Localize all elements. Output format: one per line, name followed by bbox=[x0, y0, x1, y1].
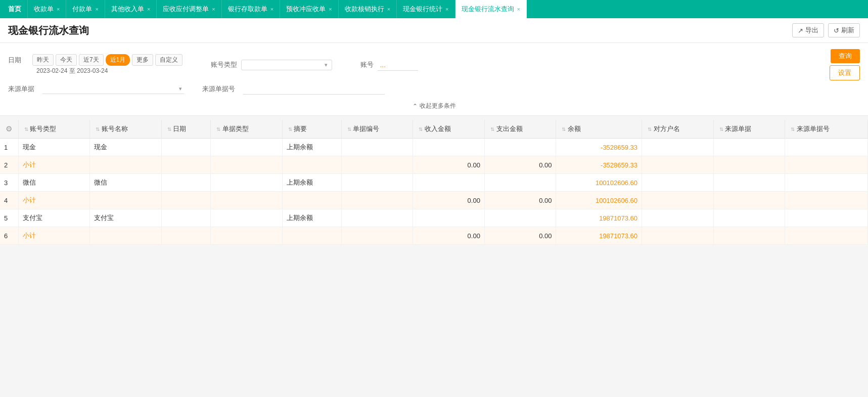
close-icon-other-income[interactable]: × bbox=[147, 6, 150, 12]
row-num: 3 bbox=[0, 174, 18, 192]
date-btn-yesterday[interactable]: 昨天 bbox=[32, 54, 54, 66]
table-row[interactable]: 6小计0.000.0019871073.60 bbox=[0, 227, 868, 245]
col-summary[interactable]: ⇅ 摘要 bbox=[282, 120, 341, 139]
nav-item-bank-deposit[interactable]: 银行存取款单 × bbox=[222, 0, 280, 18]
source-doc-arrow-icon: ▾ bbox=[179, 85, 182, 92]
close-icon-payment[interactable]: × bbox=[95, 6, 98, 12]
expense-cell bbox=[484, 209, 556, 227]
source-doc-no-input[interactable] bbox=[243, 83, 385, 95]
col-doc-type[interactable]: ⇅ 单据类型 bbox=[211, 120, 283, 139]
refresh-label: 刷新 bbox=[841, 26, 854, 35]
nav-item-cash-flow[interactable]: 现金银行流水查询 × bbox=[455, 0, 527, 18]
sort-icon-counterpart: ⇅ bbox=[648, 126, 652, 132]
col-source-doc-no[interactable]: ⇅ 来源单据号 bbox=[785, 120, 868, 139]
table-row[interactable]: 4小计0.000.00100102606.60 bbox=[0, 192, 868, 209]
table-row[interactable]: 3微信微信上期余额100102606.60 bbox=[0, 174, 868, 192]
acct-type-cell: 小计 bbox=[18, 192, 90, 209]
close-icon-cash-flow[interactable]: × bbox=[517, 6, 520, 12]
col-acct-name[interactable]: ⇅ 账号名称 bbox=[90, 120, 162, 139]
account-type-select[interactable]: ▾ bbox=[241, 60, 332, 70]
cash-flow-table: ⚙ ⇅ 账号类型 ⇅ 账号名称 ⇅ 日期 ⇅ 单据类型 bbox=[0, 120, 868, 245]
export-icon: ↗ bbox=[798, 27, 803, 34]
summary-cell: 上期余额 bbox=[282, 174, 341, 192]
page-header: 现金银行流水查询 ↗ 导出 ↺ 刷新 bbox=[0, 18, 868, 43]
col-counterpart[interactable]: ⇅ 对方户名 bbox=[642, 120, 714, 139]
header-actions: ↗ 导出 ↺ 刷新 bbox=[792, 23, 860, 37]
source-doc-no-cell bbox=[785, 192, 868, 209]
nav-item-payment[interactable]: 付款单 × bbox=[66, 0, 105, 18]
sort-icon-acct-name: ⇅ bbox=[96, 126, 100, 132]
acct-type-cell: 支付宝 bbox=[18, 209, 90, 227]
nav-label-cash-stat: 现金银行统计 bbox=[403, 5, 442, 14]
nav-item-writeoff[interactable]: 收款核销执行 × bbox=[339, 0, 397, 18]
account-type-label: 账号类型 bbox=[211, 60, 237, 69]
close-icon-ar-ap-adjust[interactable]: × bbox=[212, 6, 215, 12]
col-date[interactable]: ⇅ 日期 bbox=[161, 120, 211, 139]
sort-icon-doc-no: ⇅ bbox=[347, 126, 351, 132]
table-settings-icon[interactable]: ⚙ bbox=[6, 124, 12, 133]
close-icon-receipt[interactable]: × bbox=[57, 6, 60, 12]
account-type-arrow-icon: ▾ bbox=[325, 62, 328, 68]
export-label: 导出 bbox=[805, 26, 818, 35]
nav-item-prepay-offset[interactable]: 预收冲应收单 × bbox=[280, 0, 338, 18]
close-icon-writeoff[interactable]: × bbox=[387, 6, 390, 12]
collapse-bar[interactable]: ⌃ 收起更多条件 bbox=[8, 100, 860, 113]
refresh-button[interactable]: ↺ 刷新 bbox=[828, 23, 860, 37]
close-icon-bank-deposit[interactable]: × bbox=[270, 6, 273, 12]
filter-area: 日期 昨天 今天 近7天 近1月 更多 自定义 2023-02-24 至 202… bbox=[0, 43, 868, 116]
sort-icon-date: ⇅ bbox=[167, 126, 171, 132]
col-doc-no[interactable]: ⇅ 单据编号 bbox=[341, 120, 413, 139]
source-doc-label: 来源单据 bbox=[8, 84, 34, 94]
date-btn-1month[interactable]: 近1月 bbox=[106, 54, 130, 66]
nav-item-ar-ap-adjust[interactable]: 应收应付调整单 × bbox=[157, 0, 221, 18]
acct-name-cell bbox=[90, 227, 162, 245]
table-row[interactable]: 5支付宝支付宝上期余额19871073.60 bbox=[0, 209, 868, 227]
income-cell: 0.00 bbox=[413, 192, 485, 209]
sort-icon-summary: ⇅ bbox=[288, 126, 292, 132]
row-num: 1 bbox=[0, 139, 18, 156]
table-row[interactable]: 1现金现金上期余额-3528659.33 bbox=[0, 139, 868, 156]
income-cell: 0.00 bbox=[413, 156, 485, 174]
row-num: 6 bbox=[0, 227, 18, 245]
nav-item-other-income[interactable]: 其他收入单 × bbox=[105, 0, 157, 18]
nav-item-cash-stat[interactable]: 现金银行统计 × bbox=[397, 0, 455, 18]
source-doc-cell bbox=[713, 174, 785, 192]
col-acct-type[interactable]: ⇅ 账号类型 bbox=[18, 120, 90, 139]
close-icon-cash-stat[interactable]: × bbox=[445, 6, 448, 12]
sort-icon-expense: ⇅ bbox=[490, 126, 494, 132]
nav-item-home[interactable]: 首页 bbox=[2, 0, 28, 18]
account-dots-button[interactable]: ... bbox=[378, 59, 418, 71]
acct-name-cell: 现金 bbox=[90, 139, 162, 156]
balance-cell: 100102606.60 bbox=[556, 192, 642, 209]
col-balance[interactable]: ⇅ 余额 bbox=[556, 120, 642, 139]
col-source-doc[interactable]: ⇅ 来源单据 bbox=[713, 120, 785, 139]
data-table-container: ⚙ ⇅ 账号类型 ⇅ 账号名称 ⇅ 日期 ⇅ 单据类型 bbox=[0, 120, 868, 245]
source-doc-select[interactable]: ▾ bbox=[42, 84, 184, 94]
col-settings: ⚙ bbox=[0, 120, 18, 139]
acct-type-cell: 微信 bbox=[18, 174, 90, 192]
settings-button[interactable]: 设置 bbox=[830, 65, 860, 80]
row-num: 4 bbox=[0, 192, 18, 209]
source-doc-no-cell bbox=[785, 139, 868, 156]
summary-cell bbox=[282, 192, 341, 209]
row-num: 5 bbox=[0, 209, 18, 227]
date-btn-more[interactable]: 更多 bbox=[132, 54, 153, 66]
source-doc-cell bbox=[713, 227, 785, 245]
col-expense[interactable]: ⇅ 支出金额 bbox=[484, 120, 556, 139]
sort-icon-doc-type: ⇅ bbox=[216, 126, 220, 132]
nav-item-receipt[interactable]: 收款单 × bbox=[28, 0, 66, 18]
date-btn-custom[interactable]: 自定义 bbox=[155, 54, 182, 66]
col-income[interactable]: ⇅ 收入金额 bbox=[413, 120, 485, 139]
date-btn-7days[interactable]: 近7天 bbox=[79, 54, 104, 66]
close-icon-prepay-offset[interactable]: × bbox=[329, 6, 332, 12]
filter-row-1: 日期 昨天 今天 近7天 近1月 更多 自定义 2023-02-24 至 202… bbox=[8, 49, 860, 80]
query-button[interactable]: 查询 bbox=[831, 49, 860, 63]
nav-item-home-label: 首页 bbox=[8, 5, 21, 14]
table-row[interactable]: 2小计0.000.00-3528659.33 bbox=[0, 156, 868, 174]
income-cell bbox=[413, 174, 485, 192]
date-btn-today[interactable]: 今天 bbox=[56, 54, 77, 66]
date-range-display: 2023-02-24 至 2023-03-24 bbox=[36, 67, 108, 74]
nav-label-bank-deposit: 银行存取款单 bbox=[228, 5, 267, 14]
date-cell bbox=[161, 156, 211, 174]
export-button[interactable]: ↗ 导出 bbox=[792, 23, 824, 37]
